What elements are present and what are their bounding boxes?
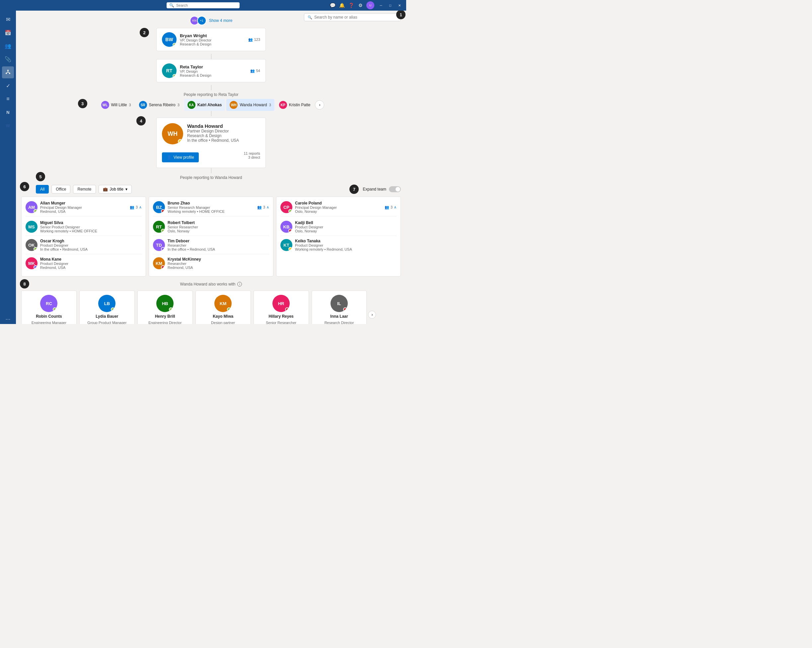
henry-status xyxy=(169,307,173,312)
tab-chevron-right[interactable]: › xyxy=(315,100,324,110)
bruno-title: Senior Research Manager xyxy=(168,205,224,209)
briefcase-icon: 💼 xyxy=(103,187,108,191)
chevron-down-icon: ▾ xyxy=(125,187,127,191)
mona-name: Mona Kane xyxy=(40,257,142,261)
profile-icon: 👤 xyxy=(166,155,172,160)
also-works-section: 8 Wanda Howard also works with i RC xyxy=(16,279,406,324)
sidebar-item-calendar[interactable]: 📅 xyxy=(2,26,14,38)
carole-avatar: CP xyxy=(281,201,292,213)
wanda-tab-name: Wanda Howard xyxy=(240,102,267,107)
filter-all[interactable]: All xyxy=(36,185,49,194)
collab-lydia: LB Lydia Bauer Group Product Manager In … xyxy=(79,290,135,324)
reta-card-row: RT Reta Taylor VP, Design Research & Des… xyxy=(162,63,260,78)
collab-next-button[interactable]: › xyxy=(368,311,376,319)
carole-name: Carole Poland xyxy=(295,201,337,205)
oscar-name: Oscar Krogh xyxy=(40,239,142,243)
kadji-avatar: KB xyxy=(281,221,292,233)
connector-4 xyxy=(211,168,211,173)
bryan-title: VP, Design Director xyxy=(180,38,245,42)
annotation-2-wrapper: 2 BW Bryan Wright VP, Design Director xyxy=(156,28,266,85)
expanded-card-bottom: 👤 View profile 11 reports 3 direct xyxy=(162,148,260,162)
wanda-expanded-dept: Research & Design xyxy=(187,133,239,138)
tab-will-little[interactable]: WL Will Little 3 xyxy=(98,99,134,111)
robert-info: Robert Tolbert Senior Researcher Oslo, N… xyxy=(168,220,269,233)
henry-avatar: HB xyxy=(156,295,174,312)
reports-count: 11 reports 3 direct xyxy=(244,151,260,159)
sidebar-item-notes[interactable]: N xyxy=(2,106,14,118)
total-reports-label: 11 reports xyxy=(244,151,260,155)
sidebar-item-word[interactable]: W xyxy=(2,119,14,131)
notification-icon[interactable]: 🔔 xyxy=(339,3,345,8)
reta-report-count: 54 xyxy=(256,69,260,73)
member-keiko: KT Keiko Tanaka Product Designer Working… xyxy=(281,236,397,254)
help-icon[interactable]: ❓ xyxy=(348,3,354,8)
svg-rect-1 xyxy=(8,71,8,72)
expand-team-label: Expand team xyxy=(363,187,386,191)
allan-title: Principal Design Manager xyxy=(40,205,82,209)
filter-office[interactable]: Office xyxy=(52,185,70,194)
inna-avatar: IL xyxy=(331,295,348,312)
henry-name: Henry Brill xyxy=(155,314,175,319)
keiko-name: Keiko Tanaka xyxy=(295,239,397,243)
view-profile-button[interactable]: 👤 View profile xyxy=(162,152,199,162)
miguel-loc: Working remotely • HOME OFFICE xyxy=(40,229,142,233)
tab-katri-ahokas[interactable]: KA Katri Ahokas xyxy=(184,99,225,111)
allan-report-count: 3 xyxy=(136,205,138,209)
annotation-5: 5 xyxy=(36,172,45,181)
settings-icon[interactable]: ⚙ xyxy=(357,3,364,8)
tab-wanda-howard[interactable]: WH Wanda Howard 3 xyxy=(226,99,274,111)
show-more-button[interactable]: Show 4 more xyxy=(209,18,233,23)
lydia-status xyxy=(111,307,115,312)
sidebar-item-more[interactable]: … xyxy=(2,312,14,324)
sidebar-item-list[interactable]: ≡ xyxy=(2,93,14,105)
also-works-label: Wanda Howard also works with i xyxy=(21,282,401,286)
bruno-reports: 👥 3 ∧ xyxy=(257,205,269,209)
team-grid: AM Allan Munger Principal Design Manager… xyxy=(16,197,406,279)
bruno-loc: Working remotely • HOME OFFICE xyxy=(168,209,224,214)
keiko-title: Product Designer xyxy=(295,243,397,247)
serena-count: 3 xyxy=(177,103,180,107)
henry-title: Engineering Director xyxy=(148,321,182,324)
tab-serena-ribeiro[interactable]: SR Serena Ribeiro 3 xyxy=(136,99,183,111)
maximize-button[interactable]: □ xyxy=(386,2,394,8)
sidebar-item-orgchart[interactable] xyxy=(2,66,14,78)
bryan-reports: 👥 123 xyxy=(248,38,260,42)
minimize-button[interactable]: ─ xyxy=(377,2,385,8)
allan-info: Allan Munger Principal Design Manager Re… xyxy=(40,201,82,214)
hillary-status xyxy=(285,307,289,312)
krystal-info: Krystal McKinney Researcher Redmond, USA xyxy=(168,257,269,269)
oscar-status xyxy=(34,247,38,251)
person-search-input[interactable] xyxy=(314,15,397,20)
close-button[interactable]: ✕ xyxy=(395,2,403,8)
filter-job-title[interactable]: 💼 Job title ▾ xyxy=(99,185,132,194)
org-chart-section: KN +1 Show 4 more 2 BW xyxy=(16,13,406,324)
collapse-icon-3[interactable]: ∧ xyxy=(394,205,397,209)
tim-title: Researcher xyxy=(168,243,269,247)
collab-henry: HB Henry Brill Engineering Director Work… xyxy=(137,290,193,324)
tab-kristin-patte[interactable]: KP Kristin Patte xyxy=(276,99,314,111)
filter-remote[interactable]: Remote xyxy=(73,185,96,194)
expanded-person-card: WH Wanda Howard Partner Design Director … xyxy=(156,118,266,168)
reporting-to-wanda-wrapper: 5 People reporting to Wanda Howard xyxy=(16,173,406,182)
expand-team-switch[interactable] xyxy=(389,186,401,192)
sidebar-item-mail[interactable]: ✉ xyxy=(2,13,14,25)
titlebar-search-input[interactable] xyxy=(176,3,237,7)
robin-name: Robin Counts xyxy=(36,314,62,319)
reports-icon-4: 👥 xyxy=(385,205,389,209)
oscar-title: Product Designer xyxy=(40,243,142,247)
will-name: Will Little xyxy=(111,102,127,107)
carole-loc: Oslo, Norway xyxy=(295,209,337,214)
mona-avatar: MK xyxy=(26,257,38,269)
sidebar-item-attachments[interactable]: 📎 xyxy=(2,53,14,65)
miguel-avatar: MS xyxy=(26,221,38,233)
wanda-status-dot xyxy=(178,139,183,144)
collapse-icon-1[interactable]: ∧ xyxy=(139,205,142,209)
chat-icon[interactable]: 💬 xyxy=(329,3,336,8)
sidebar-item-people[interactable]: 👥 xyxy=(2,40,14,52)
member-kadji: KB Kadji Bell Product Designer Oslo, Nor… xyxy=(281,218,397,236)
sidebar-item-tasks[interactable]: ✓ xyxy=(2,79,14,92)
user-avatar[interactable]: U xyxy=(366,2,374,9)
info-icon[interactable]: i xyxy=(237,282,242,286)
collapse-icon-2[interactable]: ∧ xyxy=(267,205,269,209)
team-col3-header: CP Carole Poland Principal Design Manage… xyxy=(281,201,397,217)
